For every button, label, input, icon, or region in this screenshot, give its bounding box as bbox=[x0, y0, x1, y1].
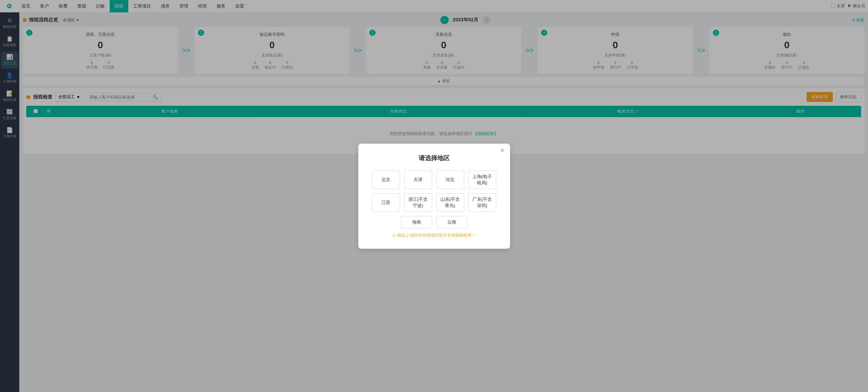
region-btn-guangdong[interactable]: 广东(不含深圳) bbox=[468, 193, 496, 212]
region-row-1: 北京 天津 河北 上海(电子税局) bbox=[372, 171, 496, 189]
region-btn-zhejiang[interactable]: 浙江(不含宁波) bbox=[404, 193, 432, 212]
region-btn-shanghai[interactable]: 上海(电子税局) bbox=[468, 171, 496, 189]
warning-text: 除以上地区外其他地区暂不支持报税检查！ bbox=[397, 233, 476, 238]
region-row-2: 江苏 浙江(不含宁波) 山东(不含青岛) 广东(不含深圳) bbox=[372, 193, 496, 212]
region-btn-hebei[interactable]: 河北 bbox=[436, 171, 464, 189]
modal-overlay: ✕ 请选择地区 北京 天津 河北 上海(电子税局) 江苏 浙江(不含宁波) 山东… bbox=[0, 0, 868, 392]
region-btn-jiangsu[interactable]: 江苏 bbox=[372, 193, 400, 212]
region-btn-shandong[interactable]: 山东(不含青岛) bbox=[436, 193, 464, 212]
region-btn-tianjin[interactable]: 天津 bbox=[404, 171, 432, 189]
region-select-modal: ✕ 请选择地区 北京 天津 河北 上海(电子税局) 江苏 浙江(不含宁波) 山东… bbox=[358, 144, 510, 249]
region-btn-yunnan[interactable]: 云南 bbox=[436, 216, 467, 228]
region-btn-beijing[interactable]: 北京 bbox=[372, 171, 400, 189]
modal-close-btn[interactable]: ✕ bbox=[500, 148, 505, 153]
modal-title: 请选择地区 bbox=[372, 154, 496, 162]
region-btn-hainan[interactable]: 海南 bbox=[401, 216, 432, 228]
region-row-3: 海南 云南 bbox=[372, 216, 496, 228]
modal-warning: ⚠ 除以上地区外其他地区暂不支持报税检查！ bbox=[372, 233, 496, 238]
warning-icon: ⚠ bbox=[392, 233, 396, 238]
